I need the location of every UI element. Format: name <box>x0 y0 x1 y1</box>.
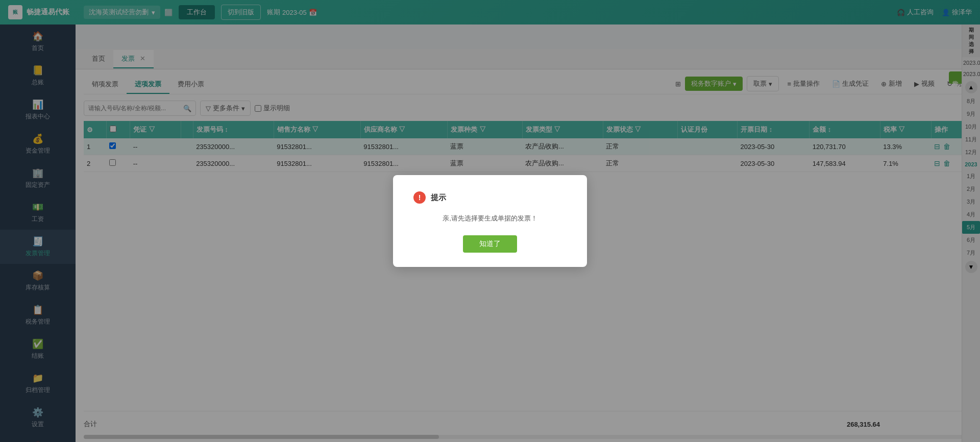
modal-confirm-button[interactable]: 知道了 <box>463 235 517 253</box>
modal-message: 亲,请先选择要生成单据的发票！ <box>413 214 567 223</box>
modal-title: 提示 <box>431 193 446 203</box>
modal-warning-icon: ! <box>413 191 426 204</box>
modal-footer: 知道了 <box>413 235 567 253</box>
modal-overlay: ! 提示 亲,请先选择要生成单据的发票！ 知道了 <box>0 0 980 442</box>
modal-title-row: ! 提示 <box>413 191 567 204</box>
alert-modal: ! 提示 亲,请先选择要生成单据的发票！ 知道了 <box>393 175 587 267</box>
